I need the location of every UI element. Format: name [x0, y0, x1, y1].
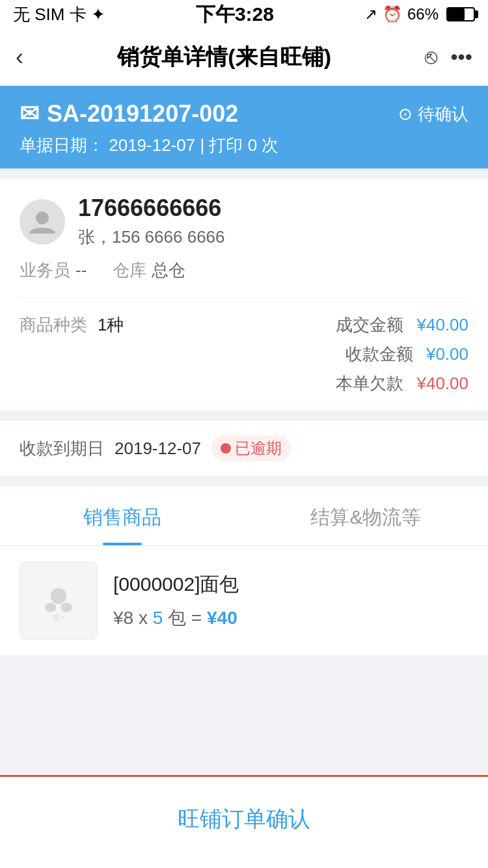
product-total: ¥40	[207, 608, 237, 628]
customer-phone: 17666666666	[78, 195, 225, 222]
order-banner: ✉ SA-20191207-002 ⊙ 待确认 单据日期： 2019-12-07…	[0, 86, 488, 169]
customer-name-phone: 张，156 6666 6666	[78, 226, 225, 249]
bottom-bar: 旺铺订单确认	[0, 775, 488, 868]
customer-section: 17666666666 张，156 6666 6666 业务员 -- 仓库 总仓	[0, 179, 488, 297]
clock-icon: ⊙	[398, 104, 413, 124]
share-icon[interactable]: ⎋	[425, 45, 437, 69]
order-status: ⊙ 待确认	[398, 103, 468, 126]
product-info: [0000002]面包 ¥8 x 5 包 = ¥40	[113, 571, 468, 631]
overdue-dot-icon	[221, 443, 231, 454]
print-unit: 次	[262, 135, 278, 155]
amount-value: ¥40.00	[416, 315, 468, 335]
summary-left: 商品种类 1种	[20, 314, 124, 336]
product-calculation: ¥8 x 5 包 = ¥40	[113, 606, 468, 631]
sales-label: 业务员	[20, 259, 70, 282]
owing-label: 本单欠款	[336, 372, 403, 395]
amount-label: 成交金额	[336, 314, 403, 336]
summary-section: 商品种类 1种 成交金额 ¥40.00 收款金额 ¥0.00 本单欠款 ¥40.…	[0, 297, 488, 411]
battery-icon	[446, 7, 475, 21]
received-label: 收款金额	[346, 343, 413, 366]
avatar	[20, 199, 65, 245]
summary-right: 成交金额 ¥40.00 收款金额 ¥0.00 本单欠款 ¥40.00	[336, 314, 468, 395]
nav-actions: ⎋ •••	[425, 45, 472, 69]
overdue-label: 收款到期日	[20, 437, 104, 460]
status-time: 下午3:28	[196, 1, 274, 28]
back-button[interactable]: ‹	[16, 44, 23, 71]
overdue-date: 2019-12-07	[115, 439, 201, 459]
customer-top: 17666666666 张，156 6666 6666	[20, 195, 468, 249]
date-label: 单据日期：	[20, 135, 104, 155]
avatar-icon	[27, 206, 58, 237]
overdue-section: 收款到期日 2019-12-07 已逾期	[0, 421, 488, 476]
product-section: 管+ [0000002]面包 ¥8 x 5 包 = ¥40	[0, 546, 488, 655]
more-icon[interactable]: •••	[450, 45, 472, 69]
received-row: 收款金额 ¥0.00	[346, 343, 468, 366]
svg-point-1	[51, 588, 67, 604]
order-envelope-icon: ✉	[20, 100, 39, 128]
status-right: ↗ ⏰ 66%	[364, 5, 475, 23]
tabs-bar: 销售商品 结算&物流等	[0, 486, 488, 546]
page-title: 销货单详情(来自旺铺)	[117, 42, 331, 72]
order-date-row: 单据日期： 2019-12-07 | 打印 0 次	[20, 134, 468, 157]
warehouse-info: 仓库 总仓	[113, 259, 185, 282]
tab-settlement-logistics[interactable]: 结算&物流等	[244, 486, 488, 545]
product-name: [0000002]面包	[113, 571, 468, 598]
svg-point-2	[45, 603, 57, 612]
received-value: ¥0.00	[426, 344, 468, 364]
amount-row: 成交金额 ¥40.00	[336, 314, 468, 336]
order-date: 2019-12-07	[109, 135, 195, 155]
confirm-order-button[interactable]: 旺铺订单确认	[20, 790, 468, 848]
print-separator: | 打印	[200, 135, 247, 155]
sales-info: 业务员 --	[20, 259, 87, 282]
svg-point-3	[61, 603, 73, 612]
product-thumbnail: 管+	[20, 562, 98, 640]
product-item: 管+ [0000002]面包 ¥8 x 5 包 = ¥40	[0, 546, 488, 655]
order-id: ✉ SA-20191207-002	[20, 100, 238, 128]
svg-text:管+: 管+	[52, 614, 64, 623]
product-qty: 5	[153, 608, 163, 628]
status-left: 无 SIM 卡 ✦	[13, 3, 105, 26]
battery-percent: 66%	[407, 5, 439, 23]
warehouse-value: 总仓	[152, 259, 185, 282]
owing-row: 本单欠款 ¥40.00	[336, 372, 468, 395]
print-count: 0	[248, 135, 257, 155]
overdue-text: 已逾期	[235, 438, 282, 459]
overdue-badge: 已逾期	[211, 435, 291, 461]
status-bar: 无 SIM 卡 ✦ 下午3:28 ↗ ⏰ 66%	[0, 0, 488, 29]
location-icon: ↗	[364, 5, 377, 23]
product-unit: 包	[168, 608, 186, 628]
summary-content: 商品种类 1种 成交金额 ¥40.00 收款金额 ¥0.00 本单欠款 ¥40.…	[0, 298, 488, 411]
customer-meta: 业务员 -- 仓库 总仓	[20, 259, 468, 282]
svg-point-0	[36, 211, 49, 224]
status-label: 待确认	[418, 103, 468, 126]
category-value: 1种	[98, 314, 124, 336]
alarm-icon: ⏰	[383, 5, 402, 23]
tab-sales-products[interactable]: 销售商品	[0, 486, 244, 545]
nav-bar: ‹ 销货单详情(来自旺铺) ⎋ •••	[0, 29, 488, 86]
warehouse-label: 仓库	[113, 259, 146, 282]
category-label: 商品种类	[20, 314, 87, 336]
sales-value: --	[75, 260, 87, 280]
product-image-icon: 管+	[36, 578, 81, 623]
owing-value: ¥40.00	[416, 373, 468, 394]
product-price: ¥8	[113, 608, 133, 628]
